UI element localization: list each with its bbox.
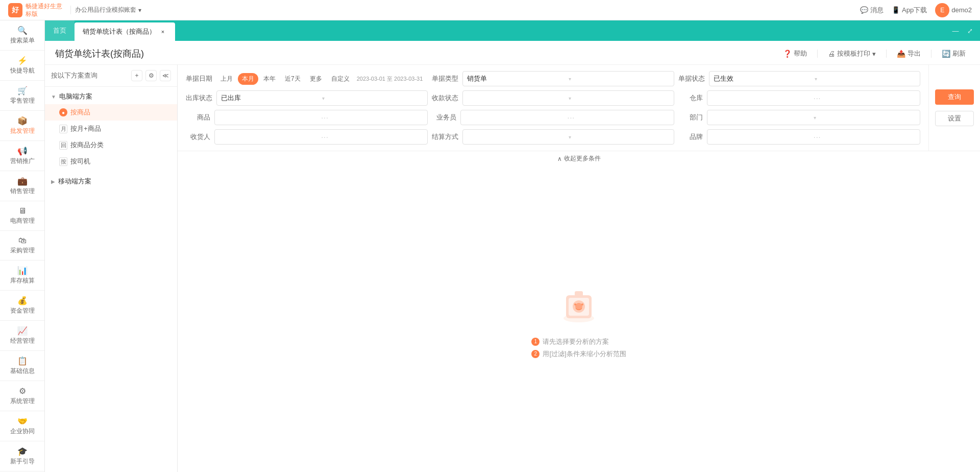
doc-type-label: 单据类型 (432, 74, 462, 83)
receiver-more-icon: ··· (321, 133, 423, 141)
dept-control[interactable]: ▾ (707, 110, 920, 125)
tip-text-1: 请先选择要分析的方案 (543, 337, 609, 346)
settings-button[interactable]: 设置 (935, 111, 974, 126)
filter-date-cell: 单据日期 上月 本月 本年 近7天 更多 自定义 2023-03-01 至 20… (186, 73, 428, 85)
filter-out-status-cell: 出库状态 已出库 ▾ (186, 90, 428, 106)
tree-item-by-product[interactable]: ● 按商品 (45, 104, 177, 121)
tree-item-by-category[interactable]: 回 按商品分类 (45, 137, 177, 153)
sidebar-item-basic-info[interactable]: 📋 基础信息 (0, 351, 44, 381)
query-button[interactable]: 查询 (935, 89, 974, 105)
out-status-control[interactable]: 已出库 ▾ (216, 90, 428, 106)
date-tab-7days[interactable]: 近7天 (281, 73, 305, 85)
collapse-row[interactable]: ∧ 收起更多条件 (178, 151, 980, 166)
filter-row-2: 出库状态 已出库 ▾ 收款状态 (186, 90, 920, 106)
brand-label: 品牌 (678, 132, 707, 141)
tab-maximize-btn[interactable]: ⤢ (964, 25, 976, 37)
tab-bar-actions: — ⤢ (949, 20, 980, 41)
date-tab-this-year[interactable]: 本年 (259, 73, 280, 85)
quick-nav-icon: ⚡ (2, 56, 42, 65)
refresh-icon: 🔄 (942, 50, 950, 58)
tree-mobile-expand-icon: ▶ (51, 179, 55, 184)
export-icon: 📤 (897, 50, 905, 58)
top-bar-right: 💬 消息 📱 App下载 E demo2 (860, 3, 972, 17)
tree-desktop-title[interactable]: ▼ 电脑端方案 (45, 89, 177, 104)
workspace-selector[interactable]: 办公用品行业模拟账套 ▾ (70, 6, 145, 14)
sidebar-item-finance[interactable]: 💰 资金管理 (0, 291, 44, 321)
tip-num-2: 2 (531, 350, 540, 358)
sidebar-item-operations[interactable]: 📈 经营管理 (0, 321, 44, 351)
print-dropdown-icon: ▾ (872, 50, 876, 58)
finance-icon: 💰 (2, 296, 42, 305)
marketing-icon: 📢 (2, 146, 42, 156)
date-tab-this-month[interactable]: 本月 (238, 73, 258, 85)
page-body: 按以下方案查询 + ⚙ ≪ ▼ 电脑端方案 ● (45, 65, 980, 472)
date-tab-last-month[interactable]: 上月 (216, 73, 237, 85)
tab-bar: 首页 销货单统计表（按商品） × — ⤢ (45, 20, 980, 41)
basic-info-icon: 📋 (2, 356, 42, 366)
date-tab-more[interactable]: 更多 (306, 73, 326, 85)
lp-add-btn[interactable]: + (131, 70, 142, 81)
user-avatar-btn[interactable]: E demo2 (935, 3, 972, 17)
date-label: 单据日期 (186, 74, 216, 83)
system-icon: ⚙ (2, 386, 42, 396)
filter-warehouse-cell: 仓库 ··· (678, 90, 920, 106)
message-icon: 💬 (860, 6, 868, 14)
sidebar-item-wholesale[interactable]: 📦 批发管理 (0, 111, 44, 141)
tree-item-by-cashier[interactable]: 按 按司机 (45, 153, 177, 170)
tab-close-btn[interactable]: × (159, 28, 167, 36)
filter-row-3: 商品 ··· 业务员 (186, 110, 920, 125)
tree-mobile-group: ▶ 移动端方案 (45, 172, 177, 191)
lp-settings-btn[interactable]: ⚙ (145, 70, 157, 81)
sidebar-item-purchase[interactable]: 🛍 采购管理 (0, 231, 44, 261)
filter-receipt-status-cell: 收款状态 ▾ (432, 90, 674, 106)
doc-type-control[interactable]: 销货单 ▾ (462, 71, 674, 86)
sales-icon: 💼 (2, 176, 42, 186)
refresh-btn[interactable]: 🔄 刷新 (938, 47, 970, 60)
brand-control[interactable]: ··· (707, 129, 920, 145)
export-btn[interactable]: 📤 导出 (893, 47, 925, 60)
date-tab-custom[interactable]: 自定义 (327, 73, 354, 85)
empty-tips: 1 请先选择要分析的方案 2 用[过滤]条件来缩小分析范围 (531, 337, 626, 359)
receipt-status-dropdown-icon: ▾ (569, 96, 670, 101)
receipt-status-control[interactable]: ▾ (462, 90, 674, 106)
sidebar-item-sales[interactable]: 💼 销售管理 (0, 171, 44, 201)
out-status-label: 出库状态 (186, 93, 216, 103)
tab-home[interactable]: 首页 (45, 20, 75, 41)
svg-rect-5 (575, 291, 583, 297)
app-download-btn[interactable]: 📱 App下载 (892, 6, 927, 15)
tab-sales-stats-label: 销货单统计表（按商品） (83, 27, 156, 36)
sidebar-item-quick-nav[interactable]: ⚡ 快捷导航 (0, 51, 44, 81)
top-bar: 好 畅捷通好生意 标版 办公用品行业模拟账套 ▾ 💬 消息 📱 App下载 E … (0, 0, 980, 20)
tab-sales-stats[interactable]: 销货单统计表（按商品） × (75, 22, 175, 41)
lp-collapse-btn[interactable]: ≪ (160, 70, 171, 81)
empty-tip-1: 1 请先选择要分析的方案 (531, 337, 626, 346)
page-actions: ❓ 帮助 🖨 按模板打印 ▾ 📤 导出 (779, 47, 970, 60)
empty-tip-2: 2 用[过滤]条件来缩小分析范围 (531, 349, 626, 359)
warehouse-control[interactable]: ··· (707, 90, 920, 106)
salesperson-control[interactable]: ··· (460, 110, 674, 125)
sidebar-item-inventory[interactable]: 📊 库存核算 (0, 261, 44, 291)
sidebar-item-search-menu[interactable]: 🔍 搜索菜单 (0, 20, 44, 51)
receiver-control[interactable]: ··· (214, 129, 428, 145)
sidebar-item-newbie[interactable]: 🎓 新手引导 (0, 441, 44, 471)
sidebar-item-company-collab[interactable]: 🤝 企业协同 (0, 411, 44, 441)
sidebar-item-marketing[interactable]: 📢 营销推广 (0, 141, 44, 171)
filter-receiver-cell: 收货人 ··· (186, 129, 428, 145)
payment-control[interactable]: ▾ (462, 129, 674, 145)
doc-status-label: 单据状态 (678, 74, 709, 83)
print-btn[interactable]: 🖨 按模板打印 ▾ (824, 47, 880, 60)
tree-item-by-month-product[interactable]: 月 按月+商品 (45, 121, 177, 137)
filter-dept-cell: 部门 ▾ (678, 110, 920, 125)
tree-mobile-title[interactable]: ▶ 移动端方案 (45, 174, 177, 189)
left-panel-actions: + ⚙ ≪ (131, 70, 171, 81)
product-control[interactable]: ··· (214, 110, 428, 125)
page-header: 销货单统计表(按商品) ❓ 帮助 🖨 按模板打印 ▾ 📤 (45, 41, 980, 65)
sidebar-item-ecommerce[interactable]: 🖥 电商管理 (0, 201, 44, 231)
inventory-icon: 📊 (2, 266, 42, 275)
tab-minimize-btn[interactable]: — (949, 25, 962, 37)
doc-status-control[interactable]: 已生效 ▾ (709, 71, 920, 86)
sidebar-item-retail[interactable]: 🛒 零售管理 (0, 81, 44, 111)
sidebar-item-system[interactable]: ⚙ 系统管理 (0, 381, 44, 411)
message-btn[interactable]: 💬 消息 (860, 6, 884, 15)
help-btn[interactable]: ❓ 帮助 (779, 47, 811, 60)
